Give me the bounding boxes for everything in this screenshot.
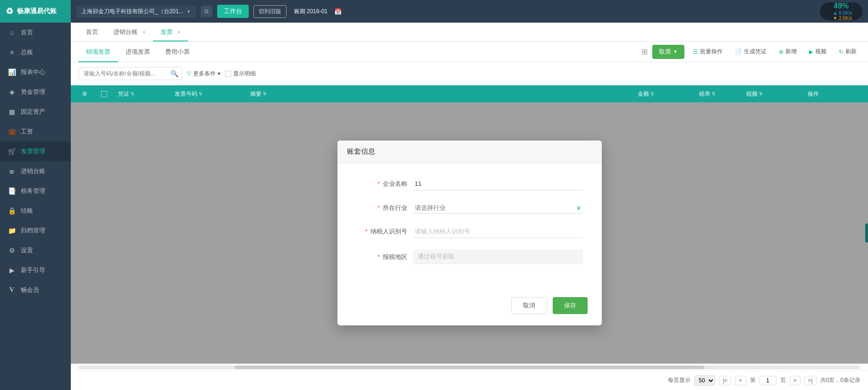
tax-rate-sort-icon[interactable]: ⇅ bbox=[712, 91, 716, 96]
table-header: ⚙ 凭证 ⇅ 发票号码 ⇅ 摘要 ⇅ 金额 ⇅ 税率 bbox=[71, 85, 868, 102]
take-ticket-button[interactable]: 取票 ▼ bbox=[652, 45, 684, 59]
sidebar-item-ledger[interactable]: ≡ 总账 bbox=[0, 42, 71, 62]
industry-required-mark: * bbox=[378, 204, 380, 211]
save-label: 保存 bbox=[564, 302, 576, 309]
refresh-button[interactable]: ↻ 刷新 bbox=[835, 46, 860, 58]
search-icon[interactable]: 🔍 bbox=[170, 70, 178, 77]
sidebar-item-archive[interactable]: 📁 归档管理 bbox=[0, 221, 71, 241]
industry-label: * 所在行业 bbox=[356, 204, 413, 212]
invoice-no-sort-icon[interactable]: ⇅ bbox=[199, 91, 202, 96]
more-conditions-button[interactable]: ▽ 更多条件 ▾ bbox=[187, 70, 220, 78]
per-page-select[interactable]: 50 bbox=[694, 375, 715, 386]
search-input[interactable] bbox=[78, 67, 182, 80]
sidebar-item-tax[interactable]: 📑 税务管理 bbox=[0, 181, 71, 201]
horizontal-scrollbar[interactable] bbox=[71, 364, 868, 370]
voucher-sort-icon[interactable]: ⇅ bbox=[131, 91, 135, 96]
th-amount-label: 金额 bbox=[638, 90, 649, 98]
subtab-expense[interactable]: 费用小票 bbox=[158, 41, 197, 62]
industry-select-wrap[interactable]: ∨ bbox=[413, 202, 583, 214]
sidebar-item-label: 结账 bbox=[21, 207, 33, 215]
next-page-button[interactable]: > bbox=[790, 376, 801, 385]
industry-input[interactable] bbox=[415, 204, 576, 211]
select-all-checkbox[interactable] bbox=[101, 91, 107, 97]
video-button[interactable]: ▶ 视频 bbox=[805, 46, 830, 58]
add-new-button[interactable]: ⊕ 新增 bbox=[775, 46, 801, 58]
modal-header: 账套信息 bbox=[337, 141, 602, 163]
last-page-button[interactable]: >| bbox=[804, 376, 817, 385]
sidebar-item-funds[interactable]: ◈ 资金管理 bbox=[0, 82, 71, 102]
sidebar-item-label: 固定资产 bbox=[21, 108, 45, 116]
subtabs-bar: 销项发票 进项发票 费用小票 ⊞ 取票 ▼ ☰ 批量操作 bbox=[71, 41, 868, 62]
tax-region-label: * 报税地区 bbox=[356, 253, 413, 261]
batch-ops-button[interactable]: ☰ 批量操作 bbox=[689, 46, 726, 58]
page-end-label: 页 bbox=[780, 376, 786, 384]
page-number-input[interactable] bbox=[759, 376, 776, 385]
tax-id-label: * 纳税人识别号 bbox=[356, 227, 413, 236]
subtabs-right: ⊞ 取票 ▼ ☰ 批量操作 📄 生成凭证 ⊕ 新增 ▶ bbox=[641, 45, 860, 59]
sidebar-item-checkout[interactable]: 🔒 结账 bbox=[0, 201, 71, 221]
sidebar-item-salary[interactable]: 💼 工资 bbox=[0, 122, 71, 141]
sidebar-item-member[interactable]: V 畅会员 bbox=[0, 280, 71, 300]
copy-button[interactable]: ⧉ bbox=[201, 6, 212, 17]
company-selector[interactable]: 上海卯金刀电子科技有限公司_（台201... ▼ bbox=[76, 6, 196, 17]
show-detail-toggle[interactable]: 显示明细 bbox=[225, 70, 256, 78]
member-icon: V bbox=[8, 286, 16, 294]
guide-icon: ▶ bbox=[8, 266, 16, 274]
sidebar-item-home[interactable]: ⌂ 首页 bbox=[0, 23, 71, 42]
subtab-purchase[interactable]: 进项发票 bbox=[118, 41, 158, 62]
grid-icon[interactable]: ⊞ bbox=[641, 47, 648, 56]
tab-purchase-label: 进销台账 bbox=[113, 28, 138, 35]
gen-voucher-button[interactable]: 📄 生成凭证 bbox=[731, 46, 770, 58]
switch-version-button[interactable]: 切到旧版 bbox=[253, 5, 287, 18]
settings-header-icon[interactable]: ⚙ bbox=[82, 91, 87, 97]
tab-invoice-label: 发票 bbox=[160, 28, 173, 35]
sidebar-item-assets[interactable]: ▦ 固定资产 bbox=[0, 102, 71, 122]
sidebar-item-label: 工资 bbox=[21, 127, 33, 136]
show-detail-checkbox[interactable] bbox=[225, 71, 231, 77]
topbar: 上海卯金刀电子科技有限公司_（台201... ▼ ⧉ 工作台 切到旧版 账期 2… bbox=[71, 0, 868, 23]
tab-home-label: 首页 bbox=[86, 28, 98, 35]
show-detail-label: 显示明细 bbox=[233, 70, 256, 78]
sidebar-item-reports[interactable]: 📊 报表中心 bbox=[0, 62, 71, 82]
tax-region-placeholder: 通过税号获取 bbox=[418, 253, 455, 260]
calendar-icon[interactable]: 📅 bbox=[334, 8, 342, 15]
save-button[interactable]: 保存 bbox=[553, 297, 588, 314]
gen-voucher-label: 生成凭证 bbox=[744, 48, 767, 56]
th-voucher: 凭证 ⇅ bbox=[114, 90, 171, 98]
sidebar-item-guide[interactable]: ▶ 新手引导 bbox=[0, 260, 71, 280]
industry-chevron-icon[interactable]: ∨ bbox=[576, 204, 581, 211]
modal-footer: 取消 保存 bbox=[337, 290, 602, 325]
tab-invoice-close[interactable]: × bbox=[177, 29, 180, 35]
tax-id-input[interactable] bbox=[413, 225, 583, 238]
workbench-button[interactable]: 工作台 bbox=[217, 5, 249, 18]
cancel-button[interactable]: 取消 bbox=[511, 297, 547, 314]
sidebar-item-settings[interactable]: ⚙ 设置 bbox=[0, 241, 71, 260]
th-checkbox bbox=[97, 91, 114, 97]
settings-icon: ⚙ bbox=[8, 247, 16, 254]
first-page-button[interactable]: |< bbox=[719, 376, 731, 385]
summary-sort-icon[interactable]: ⇅ bbox=[263, 91, 267, 96]
content-area: 账套信息 * 企业名称 bbox=[71, 102, 868, 364]
gen-voucher-icon: 📄 bbox=[735, 49, 742, 55]
subtab-sales[interactable]: 销项发票 bbox=[78, 41, 118, 62]
tab-invoice[interactable]: 发票 × bbox=[153, 23, 188, 41]
tab-purchase-close[interactable]: × bbox=[143, 29, 145, 35]
logo-text: 畅康通易代账 bbox=[17, 7, 57, 16]
amount-sort-icon[interactable]: ⇅ bbox=[650, 91, 654, 96]
sidebar-item-purchase[interactable]: ≣ 进销台账 bbox=[0, 161, 71, 181]
th-amount: 金额 ⇅ bbox=[634, 90, 695, 98]
tab-home[interactable]: 首页 bbox=[78, 23, 106, 41]
sidebar-item-label: 归档管理 bbox=[21, 226, 45, 235]
company-name-input[interactable] bbox=[413, 177, 583, 191]
sidebar-item-label: 总账 bbox=[21, 48, 33, 57]
prev-page-button[interactable]: < bbox=[735, 376, 746, 385]
form-group-tax-region: * 报税地区 通过税号获取 bbox=[356, 249, 583, 264]
modal-body: * 企业名称 * 所在行业 bbox=[337, 163, 602, 290]
more-conditions-arrow: ▾ bbox=[218, 70, 220, 77]
sidebar: ♻ 畅康通易代账 ⌂ 首页 ≡ 总账 📊 报表中心 ◈ 资金管理 ▦ bbox=[0, 0, 71, 390]
scrollbar-thumb[interactable] bbox=[235, 365, 704, 369]
tax-sort-icon[interactable]: ⇅ bbox=[759, 91, 763, 96]
sidebar-item-invoice[interactable]: 🛒 发票管理 bbox=[0, 141, 71, 161]
tab-purchase[interactable]: 进销台账 × bbox=[106, 23, 153, 41]
funnel-icon: ▽ bbox=[187, 70, 191, 77]
